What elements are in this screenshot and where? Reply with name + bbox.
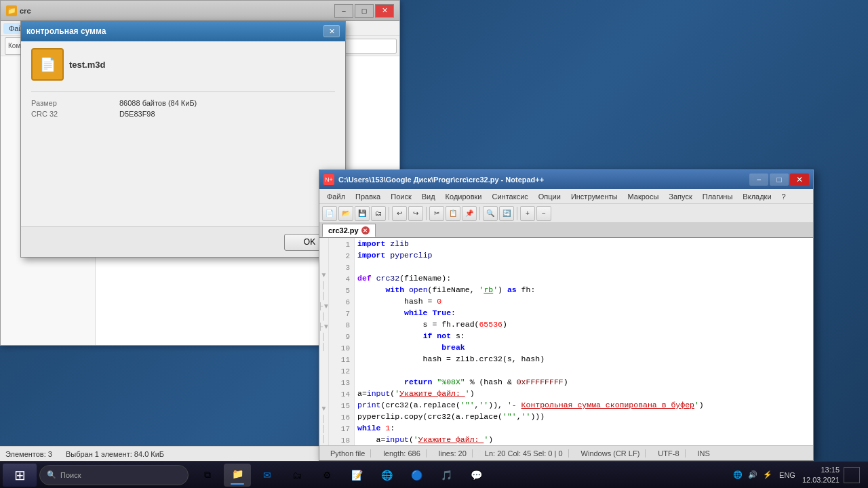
info-row-size: Размер 86088 байтов (84 КиБ)	[31, 98, 335, 108]
tab-close-button[interactable]: ✕	[361, 226, 370, 235]
taskbar-app-7[interactable]: 🔵	[403, 464, 430, 487]
npp-replace-button[interactable]: 🔄	[499, 206, 514, 221]
ln-9: 9	[329, 331, 354, 343]
dialog-close-button[interactable]: ✕	[323, 25, 340, 37]
code-line-16: pyperclip.copy(crc32(a.replace('"','')))	[355, 411, 813, 422]
explorer-icon: 🗂	[289, 467, 305, 483]
code-line-15: print(crc32(a.replace('"','')), '- Контр…	[355, 399, 813, 411]
npp-tab-active[interactable]: crc32.py ✕	[322, 224, 376, 237]
taskbar-app-docs[interactable]: 📝	[343, 464, 370, 487]
npp-cut-button[interactable]: ✂	[429, 206, 444, 221]
code-line-13: return "%08X" % (hash & 0xFFFFFFFF)	[355, 376, 813, 388]
npp-menu-options[interactable]: Опции	[534, 191, 566, 202]
toolbar-sep1	[389, 207, 389, 220]
npp-paste-button[interactable]: 📌	[462, 206, 477, 221]
npp-zoom-in-button[interactable]: +	[520, 206, 535, 221]
taskbar-app-settings[interactable]: ⚙	[313, 464, 340, 487]
taskbar-clock[interactable]: 13:15 12.03.2021	[802, 465, 840, 485]
gutter-16	[319, 392, 328, 403]
gutter-7: ├▼	[319, 301, 328, 311]
ln-12: 12	[329, 366, 354, 378]
npp-menu-tools[interactable]: Инструменты	[566, 191, 623, 202]
show-desktop-button[interactable]	[844, 467, 860, 483]
npp-save-all-button[interactable]: 🗂	[371, 206, 386, 221]
npp-editor-area[interactable]: ▼ │ │ ├▼ │ ├▼ │ │ ▼ │ │ │ 1 2	[319, 238, 813, 445]
taskbar-app-task-view[interactable]: ⧉	[194, 464, 221, 487]
npp-find-button[interactable]: 🔍	[483, 206, 498, 221]
gutter-4: ▼	[319, 270, 328, 280]
taskbar-app-chrome[interactable]: 🌐	[373, 464, 400, 487]
npp-menu-run[interactable]: Запуск	[664, 191, 696, 202]
code-line-11: hash = zlib.crc32(s, hash)	[355, 353, 813, 365]
taskbar-app-outlook[interactable]: ✉	[254, 464, 281, 487]
code-line-1: import zlib	[355, 238, 813, 249]
npp-toolbar: 📄 📂 💾 🗂 ↩ ↪ ✂ 📋 📌 🔍 🔄 + −	[319, 204, 813, 223]
npp-open-button[interactable]: 📂	[338, 206, 353, 221]
ln-13: 13	[329, 378, 354, 389]
explorer-close-button[interactable]: ✕	[375, 4, 394, 18]
npp-minimize-button[interactable]: −	[749, 174, 768, 186]
explorer-minimize-button[interactable]: −	[334, 4, 353, 18]
taskbar-app-file-manager[interactable]: 📁	[224, 464, 251, 487]
taskbar-app-9[interactable]: 💬	[462, 464, 490, 487]
crc-value: D5E83F98	[119, 110, 335, 118]
settings-icon: ⚙	[319, 467, 335, 483]
clock-date: 12.03.2021	[802, 475, 840, 485]
taskbar-app-explorer[interactable]: 🗂	[283, 464, 311, 487]
size-value: 86088 байтов (84 КиБ)	[119, 99, 335, 107]
start-button[interactable]: ⊞	[3, 464, 37, 487]
npp-menu-macros[interactable]: Макросы	[623, 191, 663, 202]
npp-menu-help[interactable]: ?	[777, 191, 791, 202]
npp-save-button[interactable]: 💾	[355, 206, 370, 221]
gutter-2	[319, 249, 328, 260]
taskbar-search[interactable]: 🔍 Поиск	[39, 465, 189, 485]
npp-menu-encoding[interactable]: Кодировки	[441, 191, 487, 202]
npp-statusbar: Python file length: 686 lines: 20 Ln: 20…	[319, 445, 813, 460]
clock-time: 13:15	[802, 465, 840, 474]
npp-menu-plugins[interactable]: Плагины	[698, 191, 738, 202]
ln-15: 15	[329, 401, 354, 412]
ln-5: 5	[329, 285, 354, 297]
info-row-crc: CRC 32 D5E83F98	[31, 108, 335, 119]
taskbar-app-8[interactable]: 🎵	[433, 464, 460, 487]
ln-col-status: Ln: 20 Col: 45 Sel: 0 | 0	[479, 449, 569, 458]
explorer-maximize-button[interactable]: □	[355, 4, 374, 18]
app7-icon: 🔵	[408, 467, 425, 483]
npp-redo-button[interactable]: ↪	[408, 206, 423, 221]
code-line-9: if not s:	[355, 330, 813, 342]
language-indicator[interactable]: ENG	[776, 471, 798, 479]
gutter-6: │	[319, 290, 328, 300]
npp-menu-search[interactable]: Поиск	[386, 191, 416, 202]
npp-undo-button[interactable]: ↩	[392, 206, 407, 221]
code-area[interactable]: import zlib import pyperclip def crc32(f…	[355, 238, 813, 445]
ln-2: 2	[329, 251, 354, 262]
dialog-title: контрольная сумма	[26, 26, 321, 36]
ln-7: 7	[329, 308, 354, 320]
volume-icon[interactable]: 🔊	[748, 470, 757, 479]
system-tray-icons: 🌐 🔊 ⚡	[733, 470, 772, 479]
dialog-win-controls: ✕	[323, 25, 340, 37]
npp-menu-tabs[interactable]: Вкладки	[738, 191, 776, 202]
npp-icon: N+	[323, 174, 334, 185]
npp-menu-file[interactable]: Файл	[322, 191, 350, 202]
code-line-14: a=input('Укажите файл: ')	[355, 388, 813, 399]
npp-menu-syntax[interactable]: Синтаксис	[488, 191, 533, 202]
npp-new-button[interactable]: 📄	[322, 206, 337, 221]
npp-menu-view[interactable]: Вид	[417, 191, 440, 202]
npp-menu-edit[interactable]: Правка	[351, 191, 385, 202]
network-icon[interactable]: 🌐	[733, 470, 743, 479]
npp-maximize-button[interactable]: □	[770, 174, 789, 186]
gutter-20: │	[319, 434, 328, 444]
npp-zoom-out-button[interactable]: −	[536, 206, 551, 221]
ln-18: 18	[329, 435, 354, 445]
npp-close-button[interactable]: ✕	[790, 174, 809, 186]
gutter-11: │	[319, 342, 328, 352]
code-line-2: import pyperclip	[355, 249, 813, 261]
line-endings-status: Windows (CR LF)	[576, 449, 646, 458]
npp-window-controls: − □ ✕	[749, 174, 809, 186]
ln-8: 8	[329, 320, 354, 331]
file-type-status: Python file	[325, 449, 371, 458]
npp-copy-button[interactable]: 📋	[446, 206, 460, 221]
ln-10: 10	[329, 343, 354, 354]
gutter-14	[319, 372, 328, 382]
